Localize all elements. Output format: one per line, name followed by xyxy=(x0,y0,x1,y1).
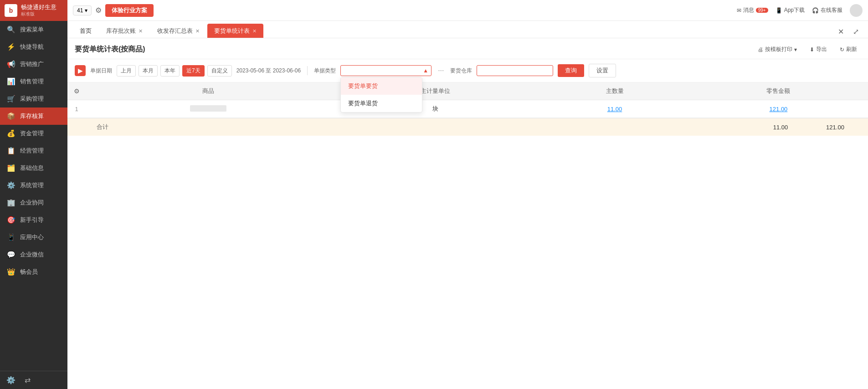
type-dropdown: 要货单要货 要货单退货 xyxy=(340,77,422,113)
table-container: ⚙ 商品 主计量单位 主数量 零售金额 1 块 xyxy=(67,82,868,118)
store-number: 41 xyxy=(77,7,83,14)
sidebar-item-system[interactable]: ⚙️ 系统管理 xyxy=(0,177,67,194)
sidebar-item-shortcut[interactable]: ⚡ 快捷导航 xyxy=(0,38,67,56)
tab-expand-button[interactable]: ⤢ xyxy=(849,26,863,38)
online-service-item[interactable]: 🎧 在线客服 xyxy=(812,6,842,14)
dropdown-option-tuihuo[interactable]: 要货单退货 xyxy=(341,95,422,112)
sidebar-item-appstore[interactable]: 📱 应用中心 xyxy=(0,229,67,246)
table-row: 1 块 11.00 121.00 xyxy=(67,100,868,118)
type-filter-label: 单据类型 xyxy=(314,67,336,75)
settings-filter-button[interactable]: 设置 xyxy=(589,64,616,77)
sidebar-item-enterprise[interactable]: 🏢 企业协同 xyxy=(0,194,67,211)
query-button[interactable]: 查询 xyxy=(558,64,584,77)
row-retail-amount[interactable]: 121.00 xyxy=(689,100,868,118)
settings-bottom-icon[interactable]: ⚙️ xyxy=(6,376,15,384)
warehouse-input[interactable] xyxy=(477,66,553,76)
sales-icon: 📊 xyxy=(6,77,15,86)
messages-badge: 99+ xyxy=(756,8,768,13)
sidebar-item-guide[interactable]: 🎯 新手引导 xyxy=(0,211,67,229)
export-label: 导出 xyxy=(816,46,827,53)
tab-receive-summary-close[interactable]: ✕ xyxy=(195,28,200,34)
topbar-settings-icon[interactable]: ⚙ xyxy=(95,6,102,15)
footer-quantity: 11.00 xyxy=(753,124,808,131)
sidebar-item-basic[interactable]: 🗂️ 基础信息 xyxy=(0,159,67,177)
filter-expand-button[interactable]: ▶ xyxy=(75,65,86,76)
sidebar-label-guide: 新手引导 xyxy=(20,216,44,224)
sidebar-label-search: 搜索菜单 xyxy=(20,26,44,34)
trial-button[interactable]: 体验行业方案 xyxy=(105,4,154,17)
sidebar-item-finance[interactable]: 💰 资金管理 xyxy=(0,125,67,142)
sidebar-item-purchase[interactable]: 🛒 采购管理 xyxy=(0,90,67,107)
print-icon: 🖨 xyxy=(758,46,763,53)
footer-label: 合计 xyxy=(91,123,114,131)
refresh-icon: ↻ xyxy=(840,46,844,53)
tab-order-summary[interactable]: 要货单统计表 ✕ xyxy=(207,24,263,38)
row-index: 1 xyxy=(67,100,86,118)
sidebar-label-member: 畅会员 xyxy=(20,268,38,276)
print-chevron: ▾ xyxy=(794,46,797,53)
date-range-display: 2023-05-06 至 2023-06-06 xyxy=(236,67,301,75)
service-icon: 🎧 xyxy=(812,7,819,14)
app-download-item[interactable]: 📱 App下载 xyxy=(776,6,805,14)
row-quantity[interactable]: 11.00 xyxy=(540,100,689,118)
refresh-label: 刷新 xyxy=(846,46,857,53)
this-year-btn[interactable]: 本年 xyxy=(160,65,180,77)
search-icon: 🔍 xyxy=(6,26,15,34)
sidebar-item-wechat[interactable]: 💬 企业微信 xyxy=(0,246,67,263)
date-filter-label: 单据日期 xyxy=(90,67,112,75)
type-input-wrapper: ▲ xyxy=(340,65,431,76)
refresh-button[interactable]: ↻ 刷新 xyxy=(836,44,861,55)
store-selector[interactable]: 41 ▾ xyxy=(73,5,92,15)
filter-more-button[interactable]: ··· xyxy=(436,67,446,75)
filter-divider-1 xyxy=(307,66,308,75)
tabs-bar: 首页 库存批次账 ✕ 收发存汇总表 ✕ 要货单统计表 ✕ ✕ ⤢ xyxy=(67,21,868,38)
sidebar-item-member[interactable]: 👑 畅会员 xyxy=(0,263,67,281)
sidebar-item-operation[interactable]: 📋 经营管理 xyxy=(0,142,67,159)
type-input[interactable] xyxy=(341,66,420,76)
tab-close-all-button[interactable]: ✕ xyxy=(834,26,847,38)
sidebar-label-shortcut: 快捷导航 xyxy=(20,43,44,51)
sidebar-header: b 畅捷通好生意 标准版 xyxy=(0,0,67,21)
sidebar-item-search[interactable]: 🔍 搜索菜单 xyxy=(0,21,67,38)
print-label: 按模板打印 xyxy=(765,46,792,53)
sidebar-label-wechat: 企业微信 xyxy=(20,251,44,259)
enterprise-icon: 🏢 xyxy=(6,199,15,207)
tab-inventory-batch[interactable]: 库存批次账 ✕ xyxy=(99,24,149,38)
tab-home[interactable]: 首页 xyxy=(73,24,98,38)
page-content: 要货单统计表(按商品) 🖨 按模板打印 ▾ ⬇ 导出 ↻ 刷新 ▶ xyxy=(67,38,868,389)
wechat-icon: 💬 xyxy=(6,251,15,259)
col-settings-icon[interactable]: ⚙ xyxy=(74,87,80,95)
tab-inventory-batch-close[interactable]: ✕ xyxy=(139,28,143,34)
tab-order-summary-close[interactable]: ✕ xyxy=(252,28,257,34)
custom-btn[interactable]: 自定义 xyxy=(207,65,232,77)
messages-item[interactable]: ✉ 消息 99+ xyxy=(737,6,768,14)
purchase-icon: 🛒 xyxy=(6,95,15,103)
tab-receive-summary[interactable]: 收发存汇总表 ✕ xyxy=(150,24,206,38)
data-table: ⚙ 商品 主计量单位 主数量 零售金额 1 块 xyxy=(67,82,868,118)
app-download-icon: 📱 xyxy=(776,7,782,14)
dropdown-option-yaohuo[interactable]: 要货单要货 xyxy=(341,77,422,95)
last-month-btn[interactable]: 上月 xyxy=(117,65,136,77)
print-button[interactable]: 🖨 按模板打印 ▾ xyxy=(754,44,801,55)
sidebar-item-sales[interactable]: 📊 销售管理 xyxy=(0,73,67,90)
basic-icon: 🗂️ xyxy=(6,164,15,172)
sidebar-label-purchase: 采购管理 xyxy=(20,95,44,103)
sidebar-item-inventory[interactable]: 📦 库存核算 xyxy=(0,107,67,125)
app-subtitle: 标准版 xyxy=(21,11,56,17)
sidebar-label-marketing: 营销推广 xyxy=(20,60,44,68)
export-button[interactable]: ⬇ 导出 xyxy=(806,44,831,55)
sidebar-item-marketing[interactable]: 📢 营销推广 xyxy=(0,56,67,73)
last7days-btn[interactable]: 近7天 xyxy=(182,65,205,77)
chevron-down-icon: ▾ xyxy=(85,7,87,14)
footer-retail-amount: 121.00 xyxy=(808,124,863,131)
collapse-icon[interactable]: ⇄ xyxy=(25,376,31,384)
member-icon: 👑 xyxy=(6,268,15,276)
tab-inventory-batch-label: 库存批次账 xyxy=(106,27,136,35)
col-quantity: 主数量 xyxy=(540,82,689,100)
app-download-label: App下载 xyxy=(784,6,805,14)
type-chevron-up-icon[interactable]: ▲ xyxy=(420,66,431,76)
this-month-btn[interactable]: 本月 xyxy=(139,65,158,77)
online-service-label: 在线客服 xyxy=(821,6,842,14)
user-avatar[interactable] xyxy=(850,4,863,17)
shortcut-icon: ⚡ xyxy=(6,43,15,51)
